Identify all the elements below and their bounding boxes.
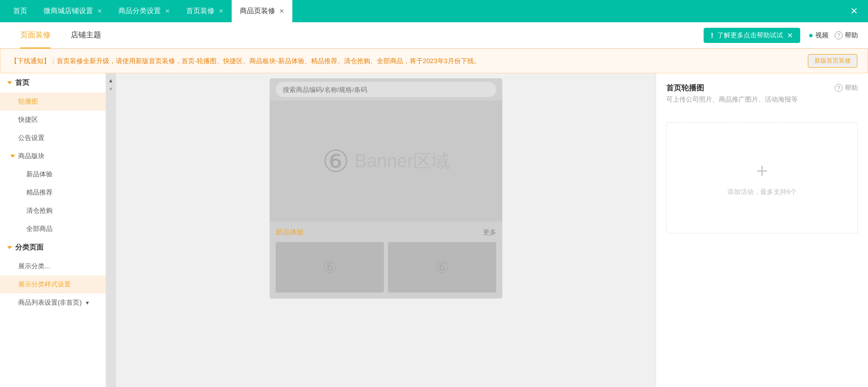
tab-home-decoration-label: 首页装修 (186, 7, 214, 16)
sidebar-item-all-products[interactable]: 全部商品 (0, 220, 106, 238)
right-panel-help-label: 帮助 (845, 83, 858, 92)
featured-label: 精品推荐 (26, 188, 53, 196)
video-button[interactable]: ● 视频 (808, 31, 829, 40)
right-panel-help-icon: ? (835, 84, 843, 92)
help-banner-close[interactable]: ✕ (787, 31, 793, 39)
add-label: 添加活动，最多支持6个 (727, 187, 797, 197)
sidebar-item-notice[interactable]: 公告设置 (0, 129, 106, 147)
clearance-label: 清仓抢购 (26, 207, 53, 214)
sub-tab-page-decoration-label: 页面装修 (20, 30, 51, 40)
phone-search-bar (270, 78, 502, 101)
center-preview: ⑥ Banner区域 新品体验 更多 ⑥ ⑥ (116, 73, 656, 387)
right-panel: 首页轮播图 可上传公司照片、商品推广图片、活动海报等 ? 帮助 + 添加活动，最… (656, 73, 868, 387)
product-list-label: 商品列表设置(非首页) (18, 298, 82, 307)
sidebar-item-show-category[interactable]: 展示分类... (0, 257, 106, 275)
notice-label: 公告设置 (18, 134, 45, 141)
banner-text: Banner区域 (355, 149, 450, 174)
tab-home[interactable]: 首页 (5, 0, 35, 22)
help-banner-text: 了解更多点击帮助试试 (717, 31, 783, 40)
help-label: 帮助 (845, 31, 858, 40)
sidebar-item-clearance[interactable]: 清仓抢购 (0, 202, 106, 220)
tab-product-decoration-close[interactable]: ✕ (279, 8, 284, 15)
tab-product-decoration[interactable]: 商品页装修 ✕ (232, 0, 292, 22)
sidebar-collapse-button[interactable]: ▲ « (106, 73, 116, 387)
tab-home-decoration[interactable]: 首页装修 ✕ (178, 0, 232, 22)
new-products-section: 新品体验 更多 ⑥ ⑥ (270, 222, 502, 299)
help-button[interactable]: ? 帮助 (835, 31, 858, 40)
tab-category-settings[interactable]: 商品分类设置 ✕ (110, 0, 178, 22)
home-section-arrow (7, 81, 12, 84)
add-plus-icon: + (756, 160, 768, 182)
tab-home-decoration-close[interactable]: ✕ (219, 8, 224, 15)
product-list-arrow: ▼ (85, 300, 90, 306)
tab-store-settings-close[interactable]: ✕ (97, 8, 102, 15)
sub-tab-store-theme[interactable]: 店铺主题 (61, 22, 111, 49)
tab-category-settings-label: 商品分类设置 (118, 7, 161, 16)
collapse-arrow-up: ▲ (108, 77, 114, 83)
video-icon: ● (808, 31, 813, 40)
home-section-label: 首页 (15, 78, 29, 87)
search-input[interactable] (276, 82, 496, 97)
right-panel-title: 首页轮播图 (666, 83, 798, 93)
product-block-label: 商品版块 (18, 152, 45, 161)
video-label: 视频 (815, 31, 829, 40)
phone-frame: ⑥ Banner区域 新品体验 更多 ⑥ ⑥ (270, 78, 502, 299)
banner-logo-icon: ⑥ (322, 143, 350, 179)
help-circle-icon: ? (835, 31, 843, 39)
right-panel-help-button[interactable]: ? 帮助 (835, 83, 858, 92)
tab-bar-close-all[interactable]: ✕ (845, 6, 863, 17)
sub-tab-page-decoration[interactable]: 页面装修 (10, 22, 61, 49)
tab-product-decoration-label: 商品页装修 (240, 7, 275, 16)
product-card-2[interactable]: ⑥ (388, 242, 496, 293)
tab-store-settings-label: 微商城店铺设置 (44, 7, 93, 16)
products-grid: ⑥ ⑥ (276, 242, 496, 293)
all-products-label: 全部商品 (26, 225, 53, 232)
sidebar-item-shortcut[interactable]: 快捷区 (0, 111, 106, 129)
main-layout: ▲ « 首页 轮播图 快捷区 公告设置 商品版块 新 (0, 73, 868, 387)
banner-label: 轮播图 (18, 98, 38, 105)
category-style-label: 展示分类样式设置 (18, 280, 71, 288)
tab-bar: 首页 微商城店铺设置 ✕ 商品分类设置 ✕ 首页装修 ✕ 商品页装修 ✕ ✕ (0, 0, 868, 22)
banner-area: ⑥ Banner区域 (270, 101, 502, 222)
sidebar-subsection-product-block[interactable]: 商品版块 (0, 147, 106, 165)
tab-store-settings[interactable]: 微商城店铺设置 ✕ (35, 0, 110, 22)
product-logo-1: ⑥ (323, 258, 337, 277)
new-version-button[interactable]: 新版首页装修 (808, 54, 857, 68)
sub-header: 页面装修 店铺主题 ! 了解更多点击帮助试试 ✕ ● 视频 ? 帮助 (0, 22, 868, 49)
sidebar-item-featured[interactable]: 精品推荐 (0, 183, 106, 202)
sidebar-section-home[interactable]: 首页 (0, 73, 106, 92)
exclamation-icon: ! (711, 31, 713, 39)
new-products-title: 新品体验 (276, 228, 304, 237)
sidebar: ▲ « 首页 轮播图 快捷区 公告设置 商品版块 新 (0, 73, 116, 387)
notice-text: 【下线通知】：首页装修全新升级，请使用新版首页装修，首页-轮播图、快捷区、商品板… (11, 57, 481, 66)
shortcut-label: 快捷区 (18, 116, 38, 123)
tab-category-settings-close[interactable]: ✕ (165, 8, 170, 15)
sidebar-section-category[interactable]: 分类页面 (0, 238, 106, 257)
new-experience-label: 新品体验 (26, 170, 53, 178)
add-activity-area[interactable]: + 添加活动，最多支持6个 (666, 122, 858, 233)
more-link[interactable]: 更多 (483, 228, 496, 237)
collapse-arrow-left: « (109, 85, 112, 91)
sidebar-item-banner[interactable]: 轮播图 (0, 92, 106, 111)
notice-bar: 【下线通知】：首页装修全新升级，请使用新版首页装修，首页-轮播图、快捷区、商品板… (0, 49, 868, 73)
show-category-label: 展示分类... (18, 262, 50, 270)
product-block-arrow (10, 155, 15, 158)
product-logo-2: ⑥ (435, 258, 450, 277)
category-section-label: 分类页面 (15, 243, 44, 252)
new-products-header: 新品体验 更多 (276, 228, 496, 237)
tab-home-label: 首页 (13, 7, 27, 16)
product-card-1[interactable]: ⑥ (276, 242, 384, 293)
sidebar-item-product-list[interactable]: 商品列表设置(非首页) ▼ (0, 294, 106, 312)
help-banner: ! 了解更多点击帮助试试 ✕ (704, 28, 800, 43)
right-panel-subtitle: 可上传公司照片、商品推广图片、活动海报等 (666, 95, 798, 104)
sidebar-item-new-experience[interactable]: 新品体验 (0, 165, 106, 183)
sidebar-item-category-style[interactable]: 展示分类样式设置 (0, 275, 106, 294)
category-section-arrow (7, 246, 12, 249)
sub-tab-store-theme-label: 店铺主题 (71, 30, 101, 40)
